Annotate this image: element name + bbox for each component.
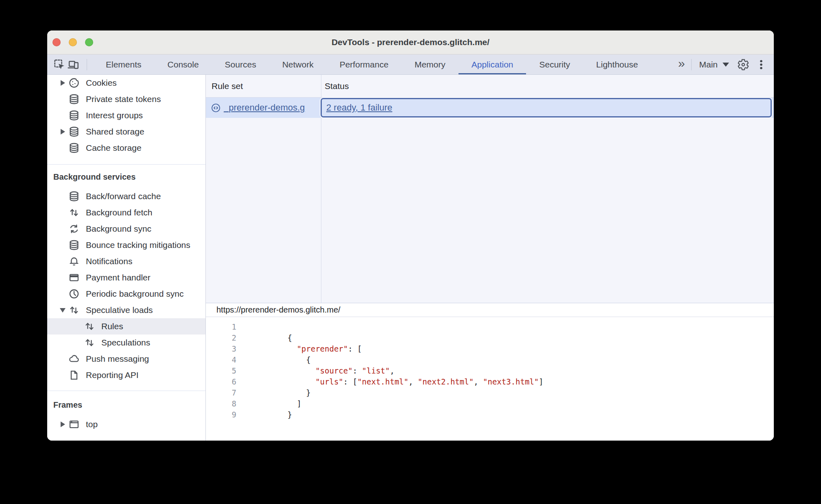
json-punctuation-token: ]: [250, 399, 301, 408]
sidebar-item-interest-groups[interactable]: Interest groups: [47, 107, 205, 124]
sidebar-item-reporting-api[interactable]: Reporting API: [47, 367, 205, 383]
rule-set-link[interactable]: _prerender-demos.g: [224, 102, 305, 113]
device-toolbar-icon[interactable]: [66, 57, 80, 72]
sidebar-item-private-state-tokens[interactable]: Private state tokens: [47, 91, 205, 107]
frame-icon: [68, 419, 80, 430]
sidebar-item-back-forward-cache[interactable]: Back/forward cache: [47, 188, 205, 204]
database-icon: [68, 93, 80, 105]
tab-application[interactable]: Application: [459, 54, 526, 74]
sidebar-item-background-fetch[interactable]: Background fetch: [47, 204, 205, 221]
sidebar-item-label: Notifications: [86, 256, 132, 266]
disclosure-triangle-icon[interactable]: [58, 308, 68, 313]
rule-set-row[interactable]: _prerender-demos.g 2 ready, 1 failure: [206, 98, 774, 118]
tab-security[interactable]: Security: [526, 54, 583, 74]
rule-sets-table: Rule set Status _prerender-demos.g 2 rea…: [206, 75, 774, 303]
sidebar-section: Background servicesBack/forward cacheBac…: [47, 164, 205, 383]
active-tab-underline: [459, 73, 526, 74]
tab-label: Sources: [225, 60, 256, 70]
json-punctuation-token: :: [353, 366, 362, 375]
tab-label: Console: [168, 60, 199, 70]
sidebar-section: Framestop: [47, 391, 205, 432]
json-punctuation-token: {: [250, 355, 311, 364]
sidebar-item-label: Private state tokens: [86, 94, 161, 104]
more-tabs-icon[interactable]: »: [676, 56, 688, 73]
tab-performance[interactable]: Performance: [327, 54, 402, 74]
code-line-content: "urls": ["next.html", "next2.html", "nex…: [250, 376, 544, 387]
json-punctuation-token: : [: [348, 344, 362, 353]
disclosure-triangle-icon[interactable]: [58, 80, 68, 86]
column-header-rule-set: Rule set: [206, 81, 243, 91]
updown-arrows-icon: [84, 337, 95, 348]
json-string-token: "source": [315, 366, 353, 375]
settings-gear-icon[interactable]: [736, 57, 750, 72]
main-context-dropdown[interactable]: Main: [696, 60, 732, 70]
tab-network[interactable]: Network: [269, 54, 327, 74]
table-header: Rule set Status: [206, 75, 774, 98]
code-line: 9 }: [206, 409, 774, 420]
sidebar-item-label: Bounce tracking mitigations: [86, 240, 190, 250]
sidebar-item-background-sync[interactable]: Background sync: [47, 221, 205, 237]
tab-elements[interactable]: Elements: [93, 54, 155, 74]
line-number: 9: [206, 409, 236, 420]
disclosure-triangle-icon[interactable]: [58, 421, 68, 427]
rule-set-source-drawer: https://prerender-demos.glitch.me/ 12 {3…: [206, 303, 774, 441]
cookie-icon: [68, 77, 80, 89]
json-punctuation-token: : [: [343, 377, 357, 386]
sidebar-item-cache-storage[interactable]: Cache storage: [47, 140, 205, 156]
close-button[interactable]: [52, 38, 61, 46]
sidebar-item-payment-handler[interactable]: Payment handler: [47, 269, 205, 286]
sidebar-item-label: Back/forward cache: [86, 191, 161, 201]
line-number: 6: [206, 376, 236, 387]
tab-memory[interactable]: Memory: [402, 54, 459, 74]
database-icon: [68, 142, 80, 154]
window-controls: [52, 30, 93, 54]
json-punctuation-token: ]: [539, 377, 543, 386]
tab-label: Performance: [340, 60, 389, 70]
devtools-window: DevTools - prerender-demos.glitch.me/ El…: [47, 30, 774, 441]
sidebar-item-label: Push messaging: [86, 354, 149, 364]
source-url: https://prerender-demos.glitch.me/: [206, 303, 774, 317]
sidebar-item-speculations[interactable]: Speculations: [47, 335, 205, 351]
rule-set-cell[interactable]: _prerender-demos.g: [206, 102, 321, 113]
tab-lighthouse[interactable]: Lighthouse: [583, 54, 651, 74]
panel-tabs: ElementsConsoleSourcesNetworkPerformance…: [93, 54, 651, 74]
line-number: 3: [206, 343, 236, 354]
inspect-element-icon[interactable]: [52, 57, 66, 72]
tab-label: Security: [539, 60, 570, 70]
json-string-token: "prerender": [297, 344, 348, 353]
zoom-button[interactable]: [85, 38, 93, 46]
source-editor[interactable]: 12 {3 "prerender": [4 {5 "source": "list…: [206, 317, 774, 420]
sidebar-item-notifications[interactable]: Notifications: [47, 253, 205, 269]
database-icon: [68, 126, 80, 137]
section-header-frames: Frames: [47, 397, 205, 413]
line-number: 8: [206, 398, 236, 409]
code-line: 2 {: [206, 332, 774, 343]
sidebar-section: CookiesPrivate state tokensInterest grou…: [47, 75, 205, 156]
updown-arrows-icon: [84, 321, 95, 332]
tab-console[interactable]: Console: [155, 54, 212, 74]
code-line: 7 }: [206, 387, 774, 398]
disclosure-triangle-icon[interactable]: [58, 129, 68, 135]
sidebar-item-periodic-background-sync[interactable]: Periodic background sync: [47, 286, 205, 302]
sidebar-item-shared-storage[interactable]: Shared storage: [47, 124, 205, 140]
json-string-token: "next.html": [357, 377, 408, 386]
status-link[interactable]: 2 ready, 1 failure: [326, 102, 392, 113]
main-context-label: Main: [699, 60, 718, 70]
code-line: 6 "urls": ["next.html", "next2.html", "n…: [206, 376, 774, 387]
sidebar-item-top[interactable]: top: [47, 416, 205, 432]
sidebar-item-push-messaging[interactable]: Push messaging: [47, 351, 205, 367]
sidebar-item-rules[interactable]: Rules: [47, 318, 205, 335]
json-string-token: "next2.html": [418, 377, 474, 386]
sidebar-item-speculative-loads[interactable]: Speculative loads: [47, 302, 205, 318]
tab-label: Lighthouse: [596, 60, 638, 70]
status-cell-focused[interactable]: 2 ready, 1 failure: [321, 98, 772, 117]
minimize-button[interactable]: [69, 38, 77, 46]
tab-label: Elements: [106, 60, 142, 70]
sidebar-item-bounce-tracking-mitigations[interactable]: Bounce tracking mitigations: [47, 237, 205, 253]
json-punctuation-token: [250, 366, 315, 375]
tab-sources[interactable]: Sources: [212, 54, 269, 74]
sidebar-item-cookies[interactable]: Cookies: [47, 75, 205, 91]
database-icon: [68, 191, 80, 202]
kebab-menu-icon[interactable]: [754, 57, 768, 72]
json-string-token: "urls": [315, 377, 343, 386]
